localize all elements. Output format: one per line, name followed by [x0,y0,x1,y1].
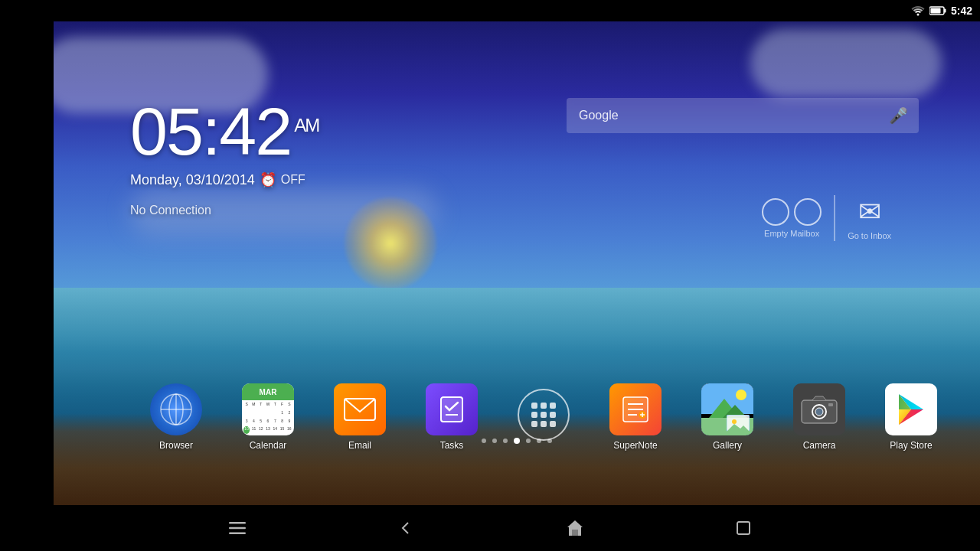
svg-rect-41 [572,530,578,536]
email-circle-2 [794,198,822,226]
app-tasks[interactable]: Tasks [426,383,478,451]
sun-decoration [345,197,436,289]
svg-rect-40 [229,533,246,535]
app-browser[interactable]: Browser [150,383,202,451]
email-circles [762,198,822,226]
tasks-label: Tasks [440,440,464,451]
nav-recent-button[interactable] [720,514,766,542]
cal-header: MAR [242,383,294,400]
empty-mailbox-label: Empty Mailbox [764,229,819,238]
cal-body: SMTWTFS 12 3456789 10111213141516 [242,400,294,435]
clock-time: 05:42AM [130,98,318,165]
go-to-inbox-box[interactable]: ✉ Go to Inbox [835,190,903,246]
svg-point-0 [916,14,919,16]
supernote-icon [609,383,662,435]
left-panel [0,21,54,505]
calendar-label: Calendar [250,440,287,451]
app-supernote[interactable]: SuperNote [609,383,662,451]
nav-back-button[interactable] [382,514,430,543]
app-dock: Browser MAR SMTWTFS 12 3456789 101112131… [107,375,980,459]
search-bar-container[interactable]: 🎤 [567,98,919,133]
status-time: 5:42 [951,5,972,17]
svg-rect-38 [229,522,246,524]
weather-status: No Connection [130,204,211,217]
wallpaper: 05:42AM Monday, 03/10/2014 ⏰ OFF No Conn… [54,21,980,505]
clock-ampm: AM [294,115,318,135]
email-envelope-icon: ✉ [858,196,881,228]
gallery-icon [701,383,753,435]
supernote-label: SuperNote [613,440,657,451]
clock-widget: 05:42AM Monday, 03/10/2014 ⏰ OFF No Conn… [130,98,318,217]
clock-alarm-status: OFF [281,173,305,187]
camera-label: Camera [803,440,836,451]
weather-section: No Connection [130,204,318,217]
app-calendar[interactable]: MAR SMTWTFS 12 3456789 10111213141516 Ca… [242,383,294,451]
email-widget: Empty Mailbox ✉ Go to Inbox [750,190,903,246]
playstore-icon [885,383,937,435]
svg-point-31 [815,408,823,416]
svg-rect-39 [229,527,246,530]
svg-point-26 [732,419,737,424]
nav-menu-button[interactable] [214,516,261,540]
cloud-decoration [750,29,942,98]
nav-home-button[interactable] [550,513,599,543]
svg-rect-3 [930,8,940,14]
alarm-icon: ⏰ [260,171,276,188]
clock-date: Monday, 03/10/2014 ⏰ OFF [130,171,318,188]
nav-bar [0,505,980,551]
app-email[interactable]: Email [334,383,386,451]
gallery-label: Gallery [713,440,742,451]
mic-icon[interactable]: 🎤 [889,106,908,125]
go-to-inbox-label: Go to Inbox [848,231,891,240]
email-icon [334,383,386,435]
search-input[interactable] [567,98,919,133]
app-playstore[interactable]: Play Store [885,383,937,451]
calendar-icon: MAR SMTWTFS 12 3456789 10111213141516 [242,383,294,435]
app-grid[interactable] [518,389,570,445]
svg-rect-2 [944,9,946,13]
email-label: Email [348,440,371,451]
apps-dots [527,398,560,432]
search-bar: 🎤 [567,98,919,133]
app-camera[interactable]: Camera [793,383,845,451]
email-circle-1 [762,198,789,226]
svg-point-24 [736,390,746,400]
wifi-icon [911,5,925,16]
camera-icon [793,383,845,435]
svg-rect-32 [828,403,833,406]
app-gallery[interactable]: Gallery [701,383,753,451]
browser-label: Browser [159,440,193,451]
empty-mailbox-box[interactable]: Empty Mailbox [750,192,834,244]
tasks-icon [426,383,478,435]
apps-grid-icon [518,389,570,441]
svg-rect-9 [441,397,462,422]
svg-rect-42 [737,522,750,534]
status-bar: 5:42 [0,0,980,21]
playstore-label: Play Store [890,440,932,451]
battery-icon [929,6,946,15]
browser-icon [150,383,202,435]
